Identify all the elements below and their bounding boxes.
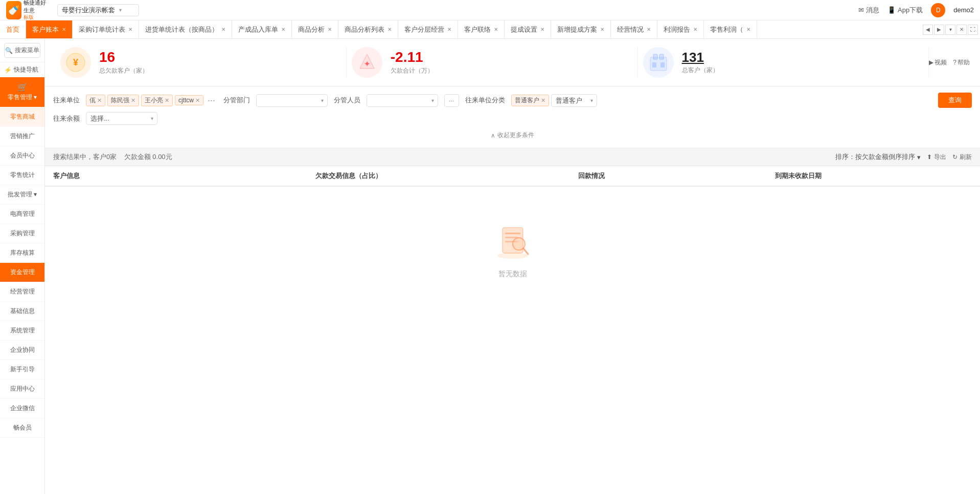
more-tags-btn[interactable]: ··· [206, 96, 217, 105]
wechat-work-label: 企业微信 [10, 405, 35, 412]
close-icon[interactable]: ✕ [647, 27, 651, 32]
sidebar-item-wechat-work[interactable]: 企业微信 [0, 399, 44, 418]
close-icon[interactable]: ✕ [388, 27, 392, 32]
sidebar-item-retail-shop[interactable]: 零售商城 [0, 107, 44, 127]
main-layout: 🔍 搜索菜单 ⚡ 快捷导航 🛒 零售管理 ▾ 零售商城 营销推广 会员中心 零售… [0, 39, 980, 494]
marketing-label: 营销推广 [10, 132, 35, 140]
dept-select[interactable] [256, 94, 328, 107]
close-icon[interactable]: ✕ [447, 27, 451, 32]
tab-product-inbound[interactable]: 产成品入库单 ✕ [232, 20, 292, 39]
sidebar-item-marketing[interactable]: 营销推广 [0, 127, 44, 146]
customer-ledger-label: 客户账本 [32, 25, 59, 34]
sidebar-item-ops-mgmt[interactable]: 经营管理 [0, 282, 44, 302]
sidebar-item-retail[interactable]: 🛒 零售管理 ▾ [0, 77, 44, 107]
export-icon: ⬆ [927, 153, 932, 161]
remove-tag-1[interactable]: ✕ [97, 97, 102, 104]
tab-home[interactable]: 首页 [0, 20, 26, 39]
filter-tag-2: 陈民强 ✕ [107, 95, 139, 106]
tab-new-commission[interactable]: 新增提成方案 ✕ [551, 20, 611, 39]
close-icon[interactable]: ✕ [128, 27, 132, 32]
sidebar-item-enterprise[interactable]: 企业协同 [0, 341, 44, 360]
quick-nav-btn[interactable]: ⚡ 快捷导航 [0, 62, 44, 77]
query-btn[interactable]: 查询 [938, 93, 972, 108]
remove-tag-2[interactable]: ✕ [131, 97, 135, 104]
person-more-btn[interactable]: ··· [444, 94, 459, 107]
remove-tag-4[interactable]: ✕ [195, 97, 200, 104]
members-label: 会员中心 [10, 152, 35, 159]
refresh-icon: ↻ [952, 153, 958, 161]
tab-customer-tier[interactable]: 客户分层经营 ✕ [398, 20, 458, 39]
collapse-btn[interactable]: ∧ 收起更多条件 [491, 129, 534, 142]
svg-rect-7 [660, 62, 665, 68]
remove-tag-3[interactable]: ✕ [165, 97, 169, 104]
close-icon[interactable]: ✕ [281, 27, 285, 32]
sidebar-item-members[interactable]: 会员中心 [0, 146, 44, 166]
tab-close-all[interactable]: ✕ [956, 25, 967, 35]
sidebar-item-system[interactable]: 系统管理 [0, 321, 44, 341]
result-amount: 欠款金额 0.00元 [124, 153, 172, 161]
close-icon[interactable]: ✕ [600, 27, 604, 32]
sidebar-item-wholesale[interactable]: 批发管理 ▾ [0, 185, 44, 205]
app-download-btn[interactable]: 📱 App下载 [887, 6, 923, 15]
username[interactable]: demo2 [953, 6, 974, 14]
tab-menu[interactable]: ▾ [945, 25, 955, 35]
close-icon[interactable]: ✕ [221, 27, 225, 32]
sidebar-item-vip[interactable]: 畅会员 [0, 418, 44, 438]
help-btn[interactable]: ? 帮助 [953, 58, 970, 67]
sort-select[interactable]: 排序：按欠款金额倒序排序 ▾ [835, 152, 921, 162]
tab-customer-ledger[interactable]: 客户账本 ✕ [26, 20, 73, 39]
tab-scroll-right[interactable]: ▶ [934, 25, 944, 35]
tab-customer-contact[interactable]: 客户联络 ✕ [458, 20, 505, 39]
balance-select[interactable]: 选择... [86, 112, 157, 125]
close-icon[interactable]: ✕ [62, 27, 66, 32]
export-btn[interactable]: ⬆ 导出 [927, 153, 946, 162]
close-icon[interactable]: ✕ [494, 27, 498, 32]
tab-scroll-left[interactable]: ◀ [923, 25, 933, 35]
video-btn[interactable]: ▶ 视频 [929, 58, 947, 67]
sidebar-item-guide[interactable]: 新手引导 [0, 360, 44, 379]
sidebar-item-finance[interactable]: 资金管理 [0, 263, 44, 282]
tab-operations[interactable]: 经营情况 ✕ [611, 20, 657, 39]
tab-expand[interactable]: ⛶ [968, 25, 978, 35]
sidebar-item-inventory[interactable]: 库存核算 [0, 243, 44, 263]
filter-tag-3: 王小亮 ✕ [141, 95, 173, 106]
remove-unit-class-tag-1[interactable]: ✕ [541, 97, 545, 104]
sidebar-item-basic-info[interactable]: 基础信息 [0, 302, 44, 321]
stat-info-2: -2.11 欠款合计（万） [391, 50, 434, 75]
stat-label-3: 总客户（家） [682, 66, 719, 75]
tab-incoming-stats[interactable]: 进货单统计表（按商品） ✕ [139, 20, 232, 39]
sidebar-item-retail-stats[interactable]: 零售统计 [0, 166, 44, 185]
tab-commission-settings[interactable]: 提成设置 ✕ [505, 20, 551, 39]
guide-label: 新手引导 [10, 366, 35, 373]
search-menu-btn[interactable]: 🔍 搜索菜单 [4, 43, 40, 58]
new-commission-label: 新增提成方案 [557, 25, 597, 34]
tab-product-analysis-list[interactable]: 商品分析列表 ✕ [338, 20, 398, 39]
inventory-label: 库存核算 [10, 249, 35, 256]
close-icon[interactable]: ✕ [693, 27, 697, 32]
tab-retail-profit[interactable]: 零售利润（ ✕ [704, 20, 757, 39]
person-select[interactable] [367, 94, 438, 107]
enterprise-label: 企业协同 [10, 346, 35, 353]
message-btn[interactable]: ✉ 消息 [858, 6, 879, 15]
unit-class-select[interactable]: 普通客户 [551, 94, 597, 107]
dept-filter-label: 分管部门 [223, 96, 250, 105]
svg-line-14 [523, 249, 528, 254]
sidebar-item-app-center[interactable]: 应用中心 [0, 379, 44, 399]
collapse-row: ∧ 收起更多条件 [53, 129, 972, 142]
refresh-btn[interactable]: ↻ 刷新 [952, 153, 972, 162]
tab-product-analysis[interactable]: 商品分析 ✕ [292, 20, 338, 39]
sidebar: 🔍 搜索菜单 ⚡ 快捷导航 🛒 零售管理 ▾ 零售商城 营销推广 会员中心 零售… [0, 39, 45, 494]
sidebar-item-ecommerce[interactable]: 电商管理 [0, 205, 44, 224]
stat-icon-2: ✦ [352, 47, 382, 78]
sidebar-item-purchase[interactable]: 采购管理 [0, 224, 44, 243]
industry-select[interactable]: 母婴行业演示帐套 ▾ [57, 4, 139, 16]
close-icon[interactable]: ✕ [328, 27, 332, 32]
close-icon[interactable]: ✕ [746, 27, 750, 32]
close-icon[interactable]: ✕ [540, 27, 544, 32]
operations-label: 经营情况 [617, 25, 644, 34]
ops-mgmt-label: 经营管理 [10, 288, 35, 295]
tab-profit-report[interactable]: 利润报告 ✕ [657, 20, 704, 39]
tag-value-4: cjttcw [178, 97, 194, 104]
avatar[interactable]: D [931, 3, 945, 17]
tab-purchase-order-stats[interactable]: 采购订单统计表 ✕ [73, 20, 139, 39]
